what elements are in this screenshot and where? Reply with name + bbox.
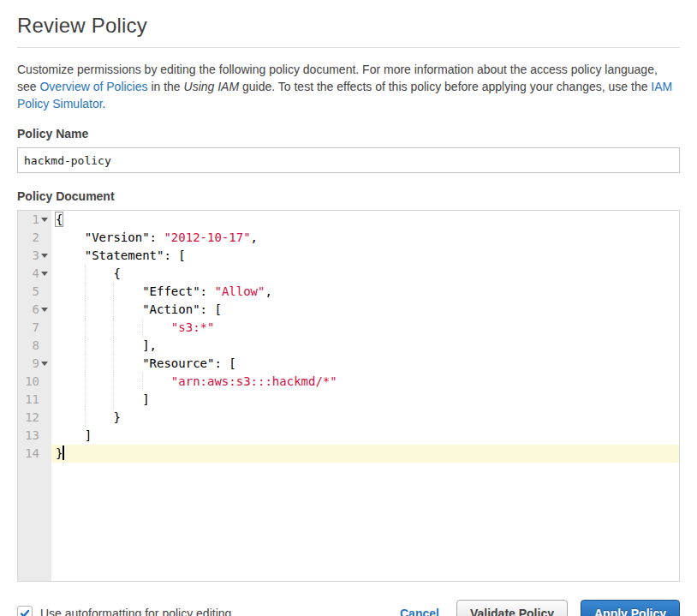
code-line[interactable]: "arn:aws:s3:::hackmd/*": [51, 373, 679, 391]
review-policy-page: Review Policy Customize permissions by e…: [0, 0, 697, 616]
indent-guide: [85, 409, 86, 427]
policy-name-input[interactable]: [17, 147, 680, 173]
autoformat-checkbox[interactable]: [17, 606, 33, 616]
gutter-line-number: 8: [18, 337, 51, 355]
fold-toggle-icon[interactable]: [41, 254, 48, 258]
gutter-line-number: 5: [18, 283, 51, 301]
code-line[interactable]: "Resource": [: [51, 355, 679, 373]
policy-name-label: Policy Name: [17, 127, 680, 141]
indent-guide: [85, 265, 86, 283]
indent-guide: [113, 319, 114, 337]
gutter-line-number: 7: [18, 319, 51, 337]
indent-guide: [113, 391, 114, 409]
autoformat-label: Use autoformatting for policy editing: [40, 607, 231, 616]
indent-guide: [85, 355, 86, 373]
code-line[interactable]: "Effect": "Allow",: [51, 283, 679, 301]
code-line[interactable]: }: [51, 445, 679, 463]
fold-toggle-icon[interactable]: [41, 218, 48, 222]
text-cursor: [63, 446, 64, 460]
code-line[interactable]: {: [51, 265, 679, 283]
editor-code[interactable]: { "Version": "2012-10-17", "Statement": …: [51, 211, 679, 581]
page-title: Review Policy: [17, 14, 680, 38]
indent-guide: [113, 373, 114, 391]
gutter-line-number: 2: [18, 229, 51, 247]
indent-guide: [85, 337, 86, 355]
intro-text-after: .: [103, 97, 106, 111]
footer-bar: Use autoformatting for policy editing Ca…: [17, 600, 680, 616]
indent-guide: [85, 391, 86, 409]
indent-guide: [113, 301, 114, 319]
gutter-line-number: 9: [18, 355, 51, 373]
fold-toggle-icon[interactable]: [41, 308, 48, 312]
code-line[interactable]: "Statement": [: [51, 247, 679, 265]
cancel-link[interactable]: Cancel: [400, 607, 439, 616]
gutter-line-number: 1: [18, 211, 51, 229]
gutter-line-number: 4: [18, 265, 51, 283]
using-iam-guide-name: Using IAM: [184, 80, 240, 93]
gutter-line-number: 6: [18, 301, 51, 319]
checkmark-icon: [20, 608, 30, 616]
indent-guide: [113, 337, 114, 355]
gutter-line-number: 14: [18, 445, 51, 463]
intro-text-mid2: guide. To test the effects of this polic…: [239, 80, 651, 93]
gutter-line-number: 3: [18, 247, 51, 265]
fold-toggle-icon[interactable]: [41, 362, 48, 366]
indent-guide: [85, 373, 86, 391]
code-line[interactable]: ]: [51, 391, 679, 409]
indent-guide: [85, 319, 86, 337]
validate-policy-button[interactable]: Validate Policy: [456, 600, 568, 616]
code-line[interactable]: ]: [51, 427, 679, 445]
footer-actions: Cancel Validate Policy Apply Policy: [400, 600, 680, 616]
fold-toggle-icon[interactable]: [41, 272, 48, 276]
autoformat-option: Use autoformatting for policy editing: [17, 606, 231, 616]
indent-guide: [85, 301, 86, 319]
policy-document-label: Policy Document: [17, 189, 680, 203]
indent-guide: [113, 355, 114, 373]
code-line[interactable]: ],: [51, 337, 679, 355]
editor-gutter: 1234567891011121314: [18, 211, 51, 581]
code-line[interactable]: "Version": "2012-10-17",: [51, 229, 679, 247]
gutter-line-number: 12: [18, 409, 51, 427]
gutter-line-number: 11: [18, 391, 51, 409]
gutter-line-number: 10: [18, 373, 51, 391]
intro-text: Customize permissions by editing the fol…: [17, 61, 680, 112]
indent-guide: [85, 283, 86, 301]
overview-of-policies-link[interactable]: Overview of Policies: [39, 80, 147, 93]
intro-text-mid1: in the: [148, 80, 184, 93]
gutter-line-number: 13: [18, 427, 51, 445]
apply-policy-button[interactable]: Apply Policy: [581, 600, 680, 616]
code-line[interactable]: "Action": [: [51, 301, 679, 319]
indent-guide: [113, 283, 114, 301]
code-line[interactable]: {: [51, 211, 679, 229]
title-divider: [17, 47, 680, 48]
code-line[interactable]: }: [51, 409, 679, 427]
indent-guide: [142, 373, 143, 391]
policy-document-editor[interactable]: 1234567891011121314 { "Version": "2012-1…: [17, 210, 680, 582]
code-line[interactable]: "s3:*": [51, 319, 679, 337]
indent-guide: [142, 319, 143, 337]
